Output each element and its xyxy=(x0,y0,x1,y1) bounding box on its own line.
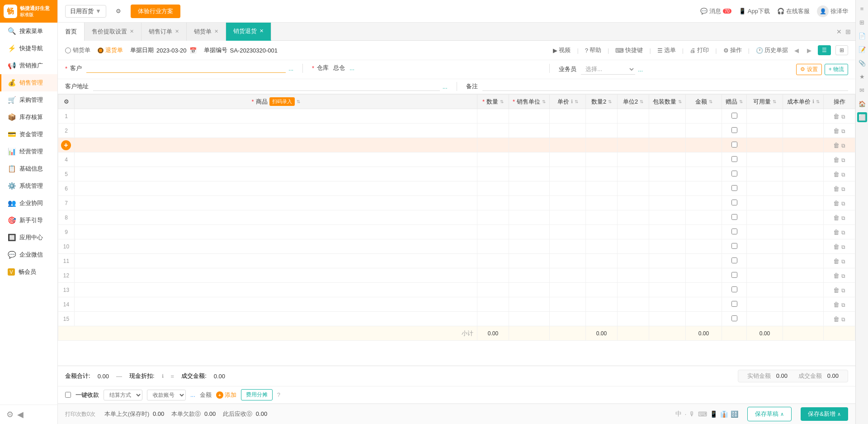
row-copy-btn[interactable]: ⧉ xyxy=(841,114,845,120)
right-panel-star-icon[interactable]: ★ xyxy=(857,71,867,81)
gift-checkbox[interactable] xyxy=(731,243,737,249)
row-copy-btn[interactable]: ⧉ xyxy=(841,143,845,149)
row-delete-btn[interactable]: 🗑 xyxy=(833,229,840,236)
save-draft-btn[interactable]: 保存草稿 ∧ xyxy=(747,407,792,421)
fee-split-btn[interactable]: 费用分摊 xyxy=(241,389,273,400)
settlement-select[interactable]: 结算方式 xyxy=(104,390,142,400)
row-copy-btn[interactable]: ⧉ xyxy=(841,273,845,279)
sidebar-item-collab[interactable]: 👥 企业协同 xyxy=(0,195,57,212)
customer-input[interactable] xyxy=(86,64,286,73)
right-panel-active-icon[interactable]: ⬜ xyxy=(857,112,867,122)
sidebar-item-search[interactable]: 🔍 搜索菜单 xyxy=(0,23,57,40)
print-link[interactable]: 🖨 打印 xyxy=(690,46,709,54)
right-panel-doc-icon[interactable]: 📄 xyxy=(857,31,867,41)
gift-checkbox[interactable] xyxy=(731,185,737,191)
row-copy-btn[interactable]: ⧉ xyxy=(841,186,845,192)
row-delete-btn[interactable]: 🗑 xyxy=(833,200,840,207)
view-grid-btn[interactable]: ⊞ xyxy=(835,45,848,55)
row-copy-btn[interactable]: ⧉ xyxy=(841,128,845,134)
user-profile-btn[interactable]: 👤 徐泽华 xyxy=(817,5,848,17)
gift-checkbox[interactable] xyxy=(731,301,737,307)
row-delete-btn[interactable]: 🗑 xyxy=(833,113,840,120)
row-delete-btn[interactable]: 🗑 xyxy=(833,315,840,323)
view-list-btn[interactable]: ☰ xyxy=(818,45,831,55)
message-btn[interactable]: 💬 消息 70 xyxy=(700,7,731,15)
gift-checkbox[interactable] xyxy=(731,113,737,119)
sidebar-collapse-icon[interactable]: ◀ xyxy=(17,410,24,419)
operate-link[interactable]: ⚙ 操作 xyxy=(723,46,742,54)
cost-price-info-icon[interactable]: ℹ xyxy=(812,99,814,105)
row-copy-btn[interactable]: ⧉ xyxy=(841,302,845,308)
sidebar-item-appstore[interactable]: 🔲 应用中心 xyxy=(0,229,57,246)
sidebar-item-operation[interactable]: 📊 经营管理 xyxy=(0,143,57,160)
topbar-settings-btn[interactable]: ⚙ xyxy=(112,5,125,18)
add-payment-btn[interactable]: + 添加 xyxy=(216,391,236,399)
row-delete-btn[interactable]: 🗑 xyxy=(833,286,840,294)
tab-return-close[interactable]: ✕ xyxy=(259,28,264,34)
settings-button[interactable]: ⚙ 设置 xyxy=(796,64,821,75)
row-delete-btn[interactable]: 🗑 xyxy=(833,214,840,221)
unit-price-info-icon[interactable]: ℹ xyxy=(571,99,573,105)
right-panel-home-icon[interactable]: 🏠 xyxy=(857,99,867,109)
sidebar-item-inventory[interactable]: 📦 库存核算 xyxy=(0,109,57,126)
warehouse-picker-btn[interactable]: ... xyxy=(349,65,354,71)
row-copy-btn[interactable]: ⧉ xyxy=(841,157,845,163)
save-new-btn[interactable]: 保存&新增 ∧ xyxy=(801,407,848,421)
remark-input[interactable] xyxy=(482,82,849,91)
row-delete-btn[interactable]: 🗑 xyxy=(833,185,840,192)
sidebar-item-sales[interactable]: 💰 销售管理 xyxy=(0,74,57,91)
gift-checkbox[interactable] xyxy=(731,127,737,133)
cash-discount-info[interactable]: ℹ xyxy=(162,373,164,379)
tab-sales-close[interactable]: ✕ xyxy=(214,29,218,34)
history-link[interactable]: 🕐 历史单据 xyxy=(756,46,788,54)
gear-icon[interactable]: ⚙ xyxy=(64,98,69,105)
right-panel-grid-icon[interactable]: ⊞ xyxy=(857,17,867,27)
row-delete-btn[interactable]: 🗑 xyxy=(833,301,840,308)
address-input[interactable] xyxy=(93,82,440,91)
sidebar-settings-icon[interactable]: ⚙ xyxy=(6,410,14,419)
sidebar-item-purchase[interactable]: 🛒 采购管理 xyxy=(0,91,57,109)
customer-picker-btn[interactable]: ... xyxy=(288,65,293,72)
sidebar-item-guide[interactable]: 🎯 新手引导 xyxy=(0,212,57,229)
sidebar-item-wechat[interactable]: 💬 企业微信 xyxy=(0,246,57,263)
one-click-pay-checkbox[interactable] xyxy=(65,392,71,398)
account-dots[interactable]: ... xyxy=(190,391,195,398)
payment-help-icon[interactable]: ? xyxy=(277,391,280,398)
scan-input-button[interactable]: 扫码录入 xyxy=(269,97,295,106)
row-copy-btn[interactable]: ⧉ xyxy=(841,316,845,323)
gift-checkbox[interactable] xyxy=(731,286,737,292)
sidebar-item-member[interactable]: V 畅会员 xyxy=(0,263,57,281)
row-copy-btn[interactable]: ⧉ xyxy=(841,287,845,294)
gift-checkbox[interactable] xyxy=(731,214,737,220)
add-logistics-button[interactable]: + 物流 xyxy=(825,64,848,75)
sidebar-item-marketing[interactable]: 📢 营销推广 xyxy=(0,57,57,74)
row-copy-btn[interactable]: ⧉ xyxy=(841,215,845,221)
app-download-btn[interactable]: 📱 App下载 xyxy=(739,7,770,15)
row-delete-btn[interactable]: 🗑 xyxy=(833,156,840,163)
staff-select[interactable]: 选择... xyxy=(581,64,635,75)
row-delete-btn[interactable]: 🗑 xyxy=(833,272,840,279)
gift-checkbox[interactable] xyxy=(731,142,737,148)
row-copy-btn[interactable]: ⧉ xyxy=(841,172,845,178)
video-link[interactable]: ▶ 视频 xyxy=(553,46,571,54)
tab-price-close[interactable]: ✕ xyxy=(130,29,134,34)
category-selector[interactable]: 日用百货 ▼ xyxy=(65,5,106,18)
gift-checkbox[interactable] xyxy=(731,156,737,162)
sidebar-item-system[interactable]: ⚙️ 系统管理 xyxy=(0,177,57,195)
trial-btn[interactable]: 体验行业方案 xyxy=(131,5,180,18)
row-delete-btn[interactable]: 🗑 xyxy=(833,142,840,149)
tab-close-all-icon[interactable]: ✕ xyxy=(836,28,842,35)
row-delete-btn[interactable]: 🗑 xyxy=(833,127,840,134)
product-input[interactable] xyxy=(77,142,474,148)
gift-checkbox[interactable] xyxy=(731,272,737,278)
online-support-btn[interactable]: 🎧 在线客服 xyxy=(777,7,810,15)
right-panel-note-icon[interactable]: 📝 xyxy=(857,44,867,54)
row-copy-btn[interactable]: ⧉ xyxy=(841,200,845,207)
tab-price-settings[interactable]: 售价提取设置 ✕ xyxy=(85,23,142,41)
row-delete-btn[interactable]: 🗑 xyxy=(833,257,840,265)
add-row-button[interactable]: + xyxy=(61,140,71,150)
right-panel-mail-icon[interactable]: ✉ xyxy=(857,85,867,95)
row-delete-btn[interactable]: 🗑 xyxy=(833,171,840,178)
tab-home[interactable]: 首页 xyxy=(58,23,85,41)
help-link[interactable]: ? 帮助 xyxy=(585,46,601,54)
